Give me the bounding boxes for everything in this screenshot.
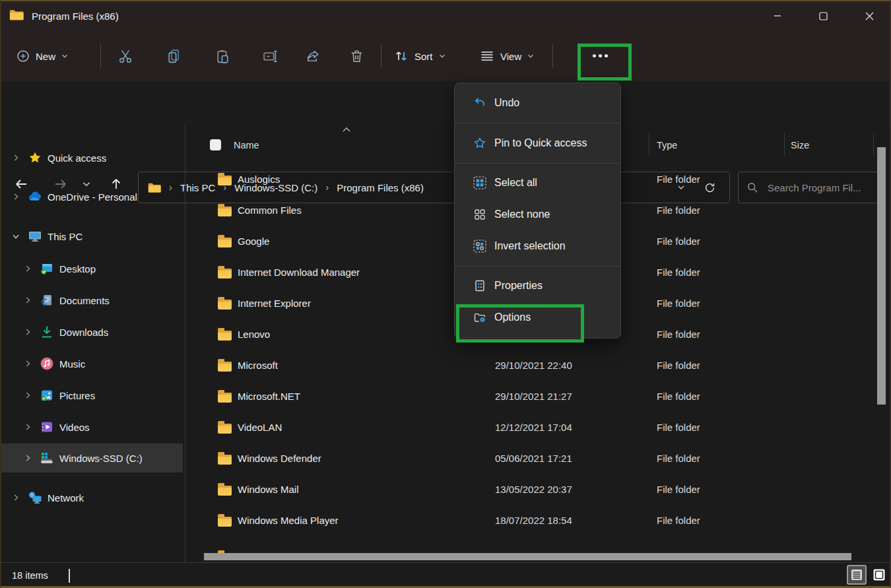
folder-icon: [218, 257, 232, 288]
menu-item-pin-to-quick-access[interactable]: Pin to Quick access: [455, 127, 620, 159]
view-button[interactable]: View: [479, 42, 546, 71]
column-header-size[interactable]: Size: [791, 133, 809, 157]
toolbar-divider: [552, 44, 553, 68]
select-none-icon: [473, 208, 486, 221]
copy-icon: [166, 48, 182, 65]
videos-icon: [40, 420, 54, 434]
menu-item-select-all[interactable]: Select all: [455, 167, 620, 199]
chevron-right-icon[interactable]: [21, 453, 34, 463]
minimize-button[interactable]: [762, 0, 793, 32]
sort-icon: [393, 48, 409, 64]
onedrive-cloud-icon: [28, 189, 42, 204]
folder-icon: [218, 164, 232, 195]
column-separator: [784, 133, 785, 156]
address-row: › This PC › Windows-SSD (C:) › Program F…: [0, 81, 891, 125]
pin-star-icon: [473, 137, 486, 150]
chevron-right-icon[interactable]: [21, 296, 34, 305]
sidebar-item-windows-ssd[interactable]: Windows-SSD (C:): [0, 443, 183, 473]
sidebar-item-quick-access[interactable]: Quick access: [0, 143, 183, 172]
file-row[interactable]: Microsoft 29/10/2021 22:40 File folder: [185, 350, 891, 381]
file-row[interactable]: VideoLAN 12/12/2021 17:04 File folder: [185, 412, 891, 443]
see-more-button[interactable]: •••: [580, 42, 622, 71]
network-icon: [28, 490, 42, 505]
folder-icon: [218, 350, 232, 381]
more-dots-icon: •••: [593, 49, 610, 63]
undo-icon: [473, 96, 486, 110]
select-all-checkbox[interactable]: [210, 139, 221, 150]
menu-item-properties[interactable]: Properties: [455, 270, 620, 302]
folder-icon: [218, 226, 232, 257]
view-button-label: View: [500, 51, 521, 62]
delete-button[interactable]: [342, 42, 371, 71]
file-row-partial[interactable]: [185, 536, 891, 553]
close-button[interactable]: [854, 0, 884, 32]
vertical-scrollbar[interactable]: [877, 147, 886, 405]
column-header-type[interactable]: Type: [657, 133, 677, 157]
downloads-icon: [40, 325, 54, 339]
share-button[interactable]: [298, 42, 327, 71]
new-plus-icon: [16, 49, 30, 63]
menu-item-invert-selection[interactable]: Invert selection: [455, 230, 620, 262]
toolbar-divider: [100, 44, 101, 68]
chevron-right-icon[interactable]: [21, 327, 34, 337]
chevron-right-icon[interactable]: [9, 153, 22, 162]
chevron-down-icon: [438, 52, 446, 60]
menu-item-select-none[interactable]: Select none: [455, 199, 620, 230]
cut-button[interactable]: [111, 42, 140, 71]
menu-item-undo[interactable]: Undo: [455, 87, 620, 119]
properties-icon: [473, 279, 486, 292]
desktop-icon: [40, 261, 54, 276]
quick-access-star-icon: [28, 151, 42, 164]
rename-icon: [262, 48, 279, 65]
sidebar-item-this-pc[interactable]: This PC: [0, 222, 183, 251]
folder-icon: [218, 474, 232, 505]
chevron-right-icon[interactable]: [21, 391, 34, 400]
chevron-down-icon: [61, 52, 69, 60]
chevron-right-icon[interactable]: [9, 192, 22, 201]
column-separator: [873, 133, 874, 156]
invert-selection-icon: [473, 240, 486, 253]
details-view-button[interactable]: [847, 565, 867, 585]
sidebar-item-desktop[interactable]: Desktop: [0, 254, 183, 283]
chevron-right-icon[interactable]: [9, 493, 22, 502]
sidebar-item-downloads[interactable]: Downloads: [0, 317, 183, 346]
file-row[interactable]: Windows Defender 05/06/2021 17:21 File f…: [185, 443, 891, 474]
menu-separator: [455, 163, 620, 164]
chevron-down-icon: [527, 52, 535, 60]
sort-button-label: Sort: [414, 51, 433, 62]
sidebar-item-onedrive[interactable]: OneDrive - Personal: [0, 182, 183, 211]
folder-icon: [218, 443, 232, 474]
window-title: Program Files (x86): [32, 0, 119, 32]
file-explorer-window: Program Files (x86) New: [0, 0, 891, 588]
sort-button[interactable]: Sort: [393, 42, 463, 71]
sidebar-item-videos[interactable]: Videos: [0, 412, 183, 441]
chevron-right-icon[interactable]: [21, 422, 34, 432]
items-count: 18 items: [12, 563, 48, 588]
chevron-right-icon[interactable]: [21, 359, 34, 368]
new-button-label: New: [36, 51, 55, 62]
paste-button[interactable]: [208, 42, 237, 71]
maximize-button[interactable]: [808, 0, 838, 32]
sidebar-item-pictures[interactable]: Pictures: [0, 381, 183, 410]
folder-icon: [218, 381, 232, 412]
sidebar-item-music[interactable]: Music: [0, 349, 183, 378]
copy-button[interactable]: [159, 42, 188, 71]
menu-item-options[interactable]: Options: [455, 302, 620, 333]
sort-ascending-icon: [342, 127, 351, 133]
file-row[interactable]: Microsoft.NET 29/10/2021 21:27 File fold…: [185, 381, 891, 412]
folder-icon: [218, 505, 232, 536]
large-icons-view-button[interactable]: [869, 565, 889, 585]
folder-icon: [218, 195, 232, 226]
new-button[interactable]: New: [16, 42, 95, 71]
chevron-right-icon[interactable]: [21, 264, 34, 273]
rename-button[interactable]: [255, 42, 284, 71]
sidebar-item-documents[interactable]: Documents: [0, 286, 183, 315]
file-row[interactable]: Windows Mail 13/05/2022 20:37 File folde…: [185, 474, 891, 505]
horizontal-scrollbar[interactable]: [204, 553, 851, 560]
column-header-name[interactable]: Name: [234, 133, 259, 157]
top-chrome: Program Files (x86) New: [0, 0, 891, 81]
sidebar-item-network[interactable]: Network: [0, 483, 183, 512]
chevron-down-icon[interactable]: [9, 232, 22, 241]
music-icon: [40, 356, 54, 371]
file-row[interactable]: Windows Media Player 18/07/2022 18:54 Fi…: [185, 505, 891, 536]
